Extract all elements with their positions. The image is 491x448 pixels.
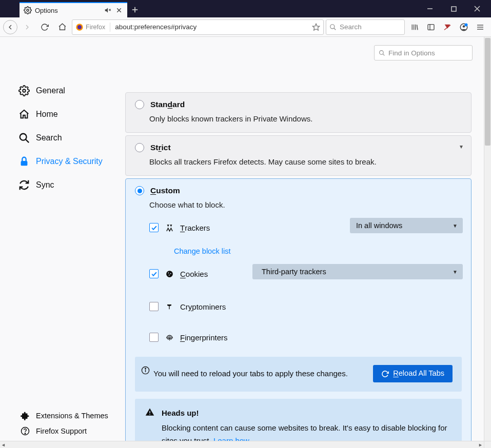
window-maximize-button[interactable] (442, 1, 465, 16)
scroll-right-caret[interactable]: ► (478, 442, 483, 447)
nav-label: Sync (36, 180, 54, 190)
svg-line-19 (417, 25, 418, 30)
new-tab-button[interactable] (127, 2, 143, 17)
svg-point-34 (25, 433, 26, 434)
link-support[interactable]: Firefox Support (21, 426, 108, 436)
svg-point-24 (463, 25, 465, 28)
extension-noscript-icon[interactable] (440, 19, 455, 35)
bookmark-star-icon[interactable] (312, 23, 320, 31)
select-trackers-scope[interactable]: In all windows ▼ (350, 218, 463, 233)
svg-line-15 (334, 28, 336, 30)
protection-standard-panel[interactable]: Standard Only blocks known trackers in P… (125, 92, 472, 133)
search-icon (18, 132, 30, 144)
radio-custom[interactable] (135, 186, 144, 195)
nav-label: Privacy & Security (36, 157, 103, 166)
svg-point-38 (168, 272, 169, 273)
svg-point-25 (465, 23, 468, 26)
mute-icon[interactable] (104, 6, 112, 14)
checkbox-cryptominers[interactable] (149, 302, 159, 311)
label-cryptominers: Cryptominers (180, 302, 226, 311)
site-identity[interactable]: Firefox (75, 23, 105, 31)
radio-strict[interactable] (135, 143, 144, 152)
scrollbar-corner (484, 441, 491, 448)
svg-point-30 (20, 134, 27, 140)
nav-label: Home (36, 110, 58, 119)
back-button[interactable] (3, 20, 17, 34)
find-in-options[interactable]: Find in Options (374, 45, 473, 60)
link-label: Extensions & Themes (36, 412, 108, 420)
label-cookies: Cookies (180, 270, 208, 278)
link-extensions[interactable]: Extensions & Themes (21, 411, 108, 420)
scroll-left-caret[interactable]: ◄ (1, 442, 6, 447)
search-icon (329, 24, 337, 31)
preferences-main: Find in Options Standard Only blocks kno… (125, 37, 484, 441)
profile-button[interactable] (456, 19, 472, 35)
reload-message: You will need to reload your tabs to app… (153, 368, 373, 380)
identity-label: Firefox (86, 24, 105, 31)
nav-label: General (36, 86, 65, 95)
checkbox-cookies[interactable] (149, 269, 159, 278)
nav-toolbar: Firefox about:preferences#privacy Search (0, 17, 491, 37)
svg-point-40 (168, 274, 169, 275)
search-icon (379, 50, 385, 56)
search-bar[interactable]: Search (326, 19, 405, 35)
reload-icon (381, 370, 389, 378)
checkbox-trackers[interactable] (149, 223, 159, 232)
radio-standard[interactable] (135, 100, 144, 109)
reload-infobox: You will need to reload your tabs to app… (135, 357, 462, 392)
horizontal-scrollbar[interactable]: ◄► (0, 441, 484, 448)
protection-custom-panel: Custom Choose what to block. Trackers (125, 178, 472, 448)
svg-rect-44 (149, 411, 150, 414)
searchbar-placeholder: Search (340, 23, 362, 31)
select-cookies-scope[interactable]: Third-party trackers ▼ (252, 264, 463, 279)
window-titlebar: Options (0, 0, 491, 17)
info-icon (141, 366, 150, 375)
standard-desc: Only blocks known trackers in Private Wi… (149, 114, 462, 123)
browser-tab[interactable]: Options (19, 2, 127, 17)
sidebar-button[interactable] (423, 19, 439, 35)
chevron-down-icon: ▼ (453, 269, 458, 275)
svg-marker-13 (312, 24, 319, 30)
nav-home[interactable]: Home (18, 103, 125, 126)
close-tab-icon[interactable] (115, 6, 123, 14)
preferences-sidebar: General Home Search Privacy & Security S… (0, 37, 125, 441)
nav-general[interactable]: General (18, 79, 125, 103)
vertical-scrollbar[interactable] (484, 37, 491, 441)
home-button[interactable] (54, 19, 70, 35)
link-change-blocklist[interactable]: Change block list (174, 247, 462, 255)
menu-button[interactable] (473, 19, 488, 35)
svg-line-31 (26, 139, 29, 142)
protection-strict-panel[interactable]: ▾ Strict Blocks all trackers Firefox det… (125, 135, 472, 176)
nav-search[interactable]: Search (18, 126, 125, 150)
nav-privacy[interactable]: Privacy & Security (18, 150, 125, 173)
window-minimize-button[interactable] (418, 1, 442, 16)
chevron-down-icon[interactable]: ▾ (460, 143, 463, 150)
chevron-down-icon: ▼ (453, 223, 458, 229)
url-bar[interactable]: Firefox about:preferences#privacy (72, 19, 324, 35)
opt-cookies: Cookies Third-party trackers ▼ (149, 266, 462, 282)
reload-button[interactable] (37, 19, 52, 35)
tab-title: Options (35, 7, 101, 14)
svg-point-37 (166, 271, 173, 277)
scrollbar-thumb[interactable] (485, 38, 490, 146)
sync-icon (18, 179, 30, 191)
svg-rect-32 (21, 161, 28, 166)
standard-title: Standard (150, 100, 185, 109)
svg-rect-45 (149, 414, 150, 415)
svg-point-14 (330, 24, 335, 28)
svg-rect-20 (428, 24, 434, 30)
svg-point-39 (170, 273, 171, 274)
forward-button[interactable] (19, 19, 35, 35)
checkbox-fingerprinters[interactable] (149, 333, 159, 342)
opt-cryptominers: Cryptominers (149, 298, 462, 315)
nav-sync[interactable]: Sync (18, 173, 125, 197)
trackers-icon (165, 223, 174, 232)
svg-point-0 (27, 9, 29, 11)
label-fingerprinters: Fingerprinters (180, 333, 228, 342)
opt-trackers: Trackers In all windows ▼ (149, 219, 462, 236)
opt-fingerprinters: Fingerprinters (149, 329, 462, 345)
reload-all-tabs-button[interactable]: Reload All Tabs (373, 365, 453, 382)
window-close-button[interactable] (465, 1, 489, 16)
library-button[interactable] (407, 19, 422, 35)
home-icon (18, 109, 30, 120)
